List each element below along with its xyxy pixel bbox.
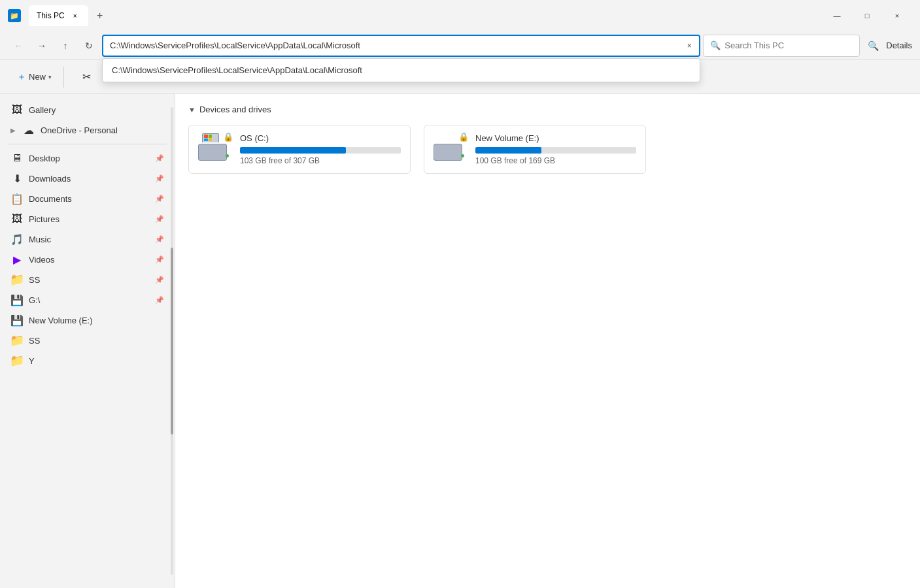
videos-label: Videos xyxy=(29,255,150,265)
cut-button[interactable]: ✂ xyxy=(69,68,103,86)
desktop-pin-icon: 📌 xyxy=(155,154,164,163)
tab-container: This PC × + xyxy=(29,5,109,26)
sidebar-item-ss[interactable]: 📁 SS 📌 xyxy=(3,270,172,289)
devices-drives-section-header: ▼ Devices and drives xyxy=(188,105,907,114)
new-button[interactable]: ＋ New ▾ xyxy=(10,69,58,86)
close-button[interactable]: × xyxy=(882,5,912,26)
title-bar: 📁 This PC × + — □ × xyxy=(0,0,920,31)
address-suggestion-item[interactable]: C:\Windows\ServiceProfiles\LocalService\… xyxy=(103,59,700,82)
sidebar-item-documents[interactable]: 📋 Documents 📌 xyxy=(3,189,172,208)
sidebar-item-y[interactable]: 📁 Y xyxy=(3,351,172,370)
drive-name-0: OS (C:) xyxy=(240,133,401,143)
drive-progress-fill-0 xyxy=(240,147,346,154)
ss2-icon: 📁 xyxy=(10,334,24,347)
os-drive-icon: 🔒 xyxy=(198,133,232,161)
drives-grid: 🔒 OS (C:) 103 GB free of 307 GB 🔒 New Vo… xyxy=(188,125,907,174)
pictures-pin-icon: 📌 xyxy=(155,215,164,223)
cut-icon: ✂ xyxy=(82,71,91,83)
maximize-button[interactable]: □ xyxy=(852,5,882,26)
drive-progress-bar-1 xyxy=(475,147,636,154)
address-clear-button[interactable]: × xyxy=(683,40,695,52)
address-input[interactable] xyxy=(102,35,700,57)
content-area: ▼ Devices and drives 🔒 OS (C:) xyxy=(175,94,920,588)
downloads-label: Downloads xyxy=(29,174,150,184)
gdrive-icon: 💾 xyxy=(10,293,24,306)
sidebar-item-ss2[interactable]: 📁 SS xyxy=(3,331,172,350)
sidebar-item-gallery[interactable]: 🖼 Gallery xyxy=(3,100,172,120)
search-button[interactable]: 🔍 xyxy=(862,35,883,56)
y-icon: 📁 xyxy=(10,354,24,367)
sidebar-item-desktop[interactable]: 🖥 Desktop 📌 xyxy=(3,148,172,168)
minimize-button[interactable]: — xyxy=(822,5,852,26)
sidebar-item-onedrive[interactable]: ▶ ☁ OneDrive - Personal xyxy=(3,120,172,140)
desktop-label: Desktop xyxy=(29,154,150,163)
videos-pin-icon: 📌 xyxy=(155,255,164,264)
new-volume-icon: 💾 xyxy=(10,314,24,327)
toolbar-separator-1 xyxy=(63,67,64,88)
onedrive-label: OneDrive - Personal xyxy=(41,125,164,135)
onedrive-icon: ☁ xyxy=(22,123,35,137)
sidebar-item-videos[interactable]: ▶ Videos 📌 xyxy=(3,250,172,269)
sidebar-divider-1 xyxy=(8,144,167,144)
new-dropdown-arrow: ▾ xyxy=(48,74,52,80)
volume-drive-icon: 🔒 xyxy=(434,133,468,161)
documents-label: Documents xyxy=(29,194,150,204)
sidebar-scrollbar-track xyxy=(171,107,173,575)
downloads-icon: ⬇ xyxy=(10,172,24,185)
search-icon: 🔍 xyxy=(710,41,721,50)
search-input[interactable] xyxy=(724,41,836,50)
pictures-icon: 🖼 xyxy=(10,212,24,225)
sidebar-item-music[interactable]: 🎵 Music 📌 xyxy=(3,229,172,249)
music-icon: 🎵 xyxy=(10,233,24,246)
desktop-icon: 🖥 xyxy=(10,152,24,165)
onedrive-expand-icon: ▶ xyxy=(10,127,16,134)
drive-name-1: New Volume (E:) xyxy=(475,133,636,143)
sidebar-item-downloads[interactable]: ⬇ Downloads 📌 xyxy=(3,169,172,188)
pictures-label: Pictures xyxy=(29,214,150,224)
details-label: Details xyxy=(886,41,912,50)
sidebar: 🖼 Gallery ▶ ☁ OneDrive - Personal 🖥 Desk… xyxy=(0,94,175,588)
sidebar-item-pictures[interactable]: 🖼 Pictures 📌 xyxy=(3,209,172,229)
drive-info-1: New Volume (E:) 100 GB free of 169 GB xyxy=(475,133,636,165)
sidebar-scrollbar-thumb[interactable] xyxy=(171,248,173,434)
address-dropdown: C:\Windows\ServiceProfiles\LocalService\… xyxy=(102,58,700,82)
refresh-button[interactable]: ↻ xyxy=(78,35,99,56)
music-label: Music xyxy=(29,235,150,244)
up-button[interactable]: ↑ xyxy=(55,35,76,56)
music-pin-icon: 📌 xyxy=(155,235,164,244)
tab-label: This PC xyxy=(37,11,65,20)
videos-icon: ▶ xyxy=(10,253,24,266)
forward-button[interactable]: → xyxy=(31,35,52,56)
sidebar-item-new-volume[interactable]: 💾 New Volume (E:) xyxy=(3,310,172,330)
new-tab-button[interactable]: + xyxy=(91,7,109,25)
ss-label: SS xyxy=(29,275,150,285)
tab-close-button[interactable]: × xyxy=(70,10,80,21)
gallery-icon: 🖼 xyxy=(10,103,24,116)
back-button[interactable]: ← xyxy=(8,35,29,56)
main-layout: 🖼 Gallery ▶ ☁ OneDrive - Personal 🖥 Desk… xyxy=(0,94,920,588)
sidebar-item-gdrive[interactable]: 💾 G:\ 📌 xyxy=(3,290,172,310)
downloads-pin-icon: 📌 xyxy=(155,174,164,183)
drive-card-0[interactable]: 🔒 OS (C:) 103 GB free of 307 GB xyxy=(188,125,411,174)
new-label: New xyxy=(29,72,46,82)
gdrive-pin-icon: 📌 xyxy=(155,296,164,304)
gdrive-label: G:\ xyxy=(29,295,150,305)
documents-icon: 📋 xyxy=(10,192,24,205)
section-label: Devices and drives xyxy=(199,105,271,114)
drive-lock-icon: 🔒 xyxy=(458,132,469,142)
ss-pin-icon: 📌 xyxy=(155,276,164,284)
documents-pin-icon: 📌 xyxy=(155,195,164,203)
drive-card-1[interactable]: 🔒 New Volume (E:) 100 GB free of 169 GB xyxy=(424,125,646,174)
y-label: Y xyxy=(29,356,164,366)
navigation-toolbar: ← → ↑ ↻ × C:\Windows\ServiceProfiles\Loc… xyxy=(0,31,920,60)
new-volume-label: New Volume (E:) xyxy=(29,316,164,325)
ss2-label: SS xyxy=(29,336,164,346)
window-controls: — □ × xyxy=(822,5,912,26)
search-box: 🔍 xyxy=(703,35,860,57)
drive-space-1: 100 GB free of 169 GB xyxy=(475,156,636,165)
address-area: × C:\Windows\ServiceProfiles\LocalServic… xyxy=(102,35,700,57)
app-icon: 📁 xyxy=(8,9,21,22)
gallery-label: Gallery xyxy=(29,105,164,115)
ss-icon: 📁 xyxy=(10,273,24,286)
active-tab[interactable]: This PC × xyxy=(29,5,88,26)
